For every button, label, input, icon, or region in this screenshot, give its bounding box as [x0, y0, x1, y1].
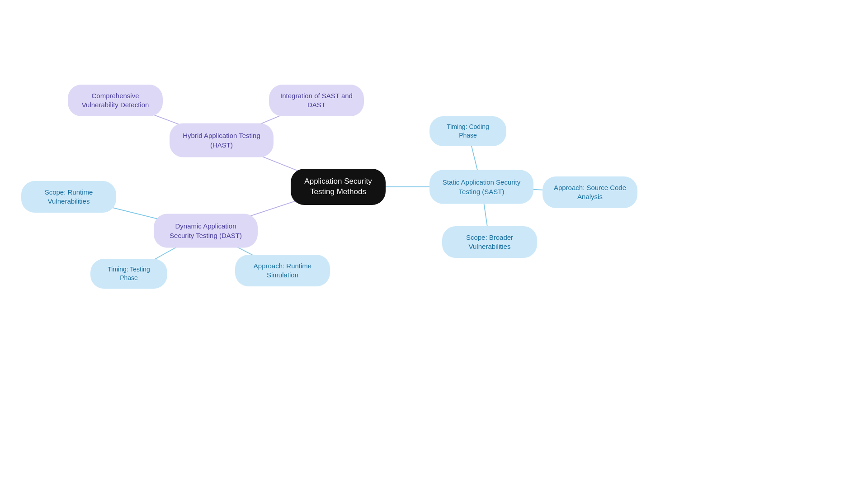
hast-node[interactable]: Hybrid Application Testing (HAST) [170, 124, 274, 157]
dast-node[interactable]: Dynamic Application Security Testing (DA… [154, 214, 258, 248]
tcp-label: Timing: Coding Phase [439, 123, 496, 140]
center-node[interactable]: Application Security Testing Methods [291, 169, 386, 205]
hast-label: Hybrid Application Testing (HAST) [179, 131, 264, 150]
ars-label: Approach: Runtime Simulation [245, 262, 320, 280]
center-label: Application Security Testing Methods [301, 176, 376, 197]
asca-label: Approach: Source Code Analysis [552, 183, 627, 202]
isad-label: Integration of SAST and DAST [279, 91, 354, 110]
connection-lines [0, 0, 868, 490]
tcp-node[interactable]: Timing: Coding Phase [429, 116, 506, 146]
mind-map-canvas: Application Security Testing Methods Hyb… [0, 0, 868, 490]
sbv-node[interactable]: Scope: Broader Vulnerabilities [442, 226, 537, 258]
srv-label: Scope: Runtime Vulnerabilities [31, 188, 106, 206]
sast-label: Static Application Security Testing (SAS… [439, 178, 524, 196]
cvd-node[interactable]: Comprehensive Vulnerability Detection [68, 85, 163, 116]
srv-node[interactable]: Scope: Runtime Vulnerabilities [21, 181, 116, 213]
sast-node[interactable]: Static Application Security Testing (SAS… [429, 170, 533, 204]
ttp-node[interactable]: Timing: Testing Phase [90, 259, 167, 289]
sbv-label: Scope: Broader Vulnerabilities [452, 233, 527, 252]
ttp-label: Timing: Testing Phase [100, 265, 157, 282]
dast-label: Dynamic Application Security Testing (DA… [164, 222, 248, 240]
ars-node[interactable]: Approach: Runtime Simulation [235, 255, 330, 286]
isad-node[interactable]: Integration of SAST and DAST [269, 85, 364, 116]
cvd-label: Comprehensive Vulnerability Detection [78, 91, 153, 110]
asca-node[interactable]: Approach: Source Code Analysis [542, 176, 637, 208]
